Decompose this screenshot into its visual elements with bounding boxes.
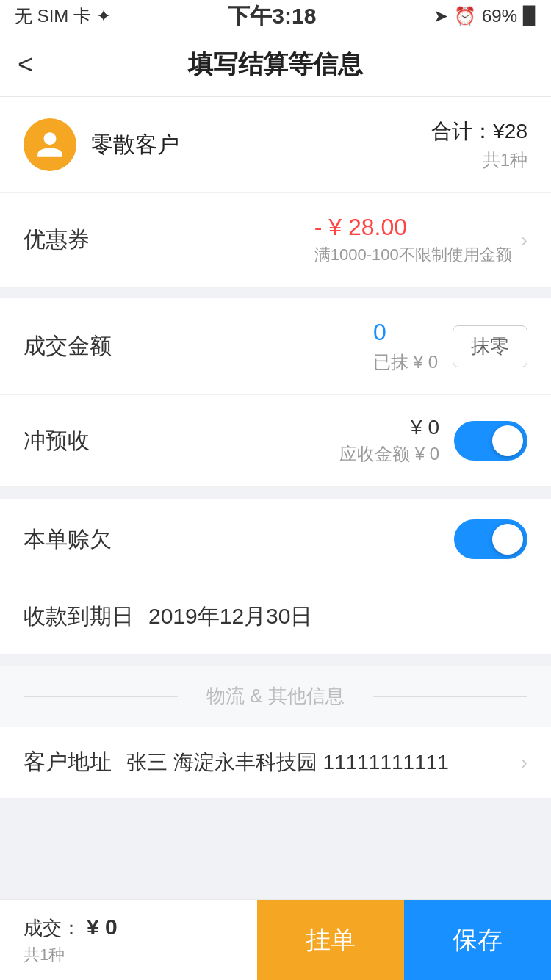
battery-level: 69% [482, 6, 517, 26]
customer-info-left: 零散客户 [24, 118, 179, 171]
transaction-amount-value[interactable]: 0 [373, 319, 438, 346]
alarm-icon: ⏰ [454, 6, 476, 26]
bottom-summary-label: 成交： [24, 915, 81, 941]
location-icon: ➤ [433, 6, 448, 26]
total-label: 合计： [431, 120, 493, 143]
prepayment-row: 冲预收 ¥ 0 应收金额 ¥ 0 [0, 395, 551, 487]
total-amount: ¥28 [493, 120, 527, 143]
sim-status: 无 SIM 卡 ✦ [15, 4, 111, 28]
address-chevron-icon: › [521, 751, 527, 774]
status-left: 无 SIM 卡 ✦ [15, 4, 111, 28]
coupon-label: 优惠券 [24, 225, 90, 255]
debt-row: 本单赊欠 [0, 499, 551, 580]
transaction-amount-sub: 已抹 ¥ 0 [373, 350, 438, 374]
customer-section: 零散客户 合计：¥28 共1种 优惠券 - ¥ 28.00 满1000-100不… [0, 97, 551, 287]
prepayment-values: ¥ 0 应收金额 ¥ 0 [339, 416, 439, 466]
coupon-row[interactable]: 优惠券 - ¥ 28.00 满1000-100不限制使用金额 › [0, 192, 551, 287]
prepayment-sub-value: 应收金额 ¥ 0 [339, 442, 439, 466]
bottom-summary-count: 共1种 [24, 944, 234, 966]
coupon-description: 满1000-100不限制使用金额 [314, 244, 512, 266]
save-button[interactable]: 保存 [404, 900, 551, 981]
bottom-summary-amount: ¥ 0 [87, 915, 118, 940]
transaction-amount-row: 成交金额 0 已抹 ¥ 0 抹零 [0, 298, 551, 395]
due-date-label: 收款到期日 [24, 602, 134, 632]
coupon-discount: - ¥ 28.00 [314, 214, 512, 241]
prepayment-label: 冲预收 [24, 426, 90, 456]
customer-count: 共1种 [431, 148, 527, 172]
back-button[interactable]: < [18, 49, 33, 80]
customer-total: 合计：¥28 [431, 118, 527, 145]
status-bar: 无 SIM 卡 ✦ 下午3:18 ➤ ⏰ 69% ▉ [0, 0, 551, 32]
status-right: ➤ ⏰ 69% ▉ [433, 6, 536, 26]
bottom-summary: 成交： ¥ 0 共1种 [0, 915, 257, 966]
bottom-bar: 成交： ¥ 0 共1种 挂单 保存 [0, 899, 551, 980]
debt-section: 本单赊欠 收款到期日 2019年12月30日 [0, 499, 551, 654]
transaction-section: 成交金额 0 已抹 ¥ 0 抹零 冲预收 ¥ 0 应收金额 ¥ 0 [0, 298, 551, 487]
logistics-title: 物流 & 其他信息 [206, 683, 345, 709]
nav-bar: < 填写结算等信息 [0, 32, 551, 97]
main-content: 零散客户 合计：¥28 共1种 优惠券 - ¥ 28.00 满1000-100不… [0, 97, 551, 980]
customer-row[interactable]: 零散客户 合计：¥28 共1种 [0, 97, 551, 192]
debt-toggle[interactable] [454, 519, 527, 559]
hang-order-button[interactable]: 挂单 [257, 900, 404, 981]
address-label: 客户地址 [24, 747, 112, 777]
transaction-amount-label: 成交金额 [24, 331, 112, 361]
prepayment-toggle[interactable] [454, 421, 527, 461]
round-zero-button[interactable]: 抹零 [453, 325, 527, 367]
prepayment-main-value: ¥ 0 [339, 416, 439, 439]
due-date-value: 2019年12月30日 [148, 602, 312, 632]
customer-name: 零散客户 [91, 130, 179, 160]
logistics-header: 物流 & 其他信息 [0, 666, 551, 727]
customer-total-area: 合计：¥28 共1种 [431, 118, 527, 172]
transaction-amount-right: 0 已抹 ¥ 0 抹零 [373, 319, 527, 374]
coupon-chevron-icon: › [521, 228, 527, 252]
customer-avatar [24, 118, 76, 171]
debt-label: 本单赊欠 [24, 525, 112, 555]
coupon-right: - ¥ 28.00 满1000-100不限制使用金额 › [314, 214, 527, 266]
battery-icon: ▉ [523, 6, 536, 26]
person-icon [35, 129, 65, 160]
page-title: 填写结算等信息 [188, 48, 363, 82]
debt-right [454, 519, 527, 559]
prepayment-right: ¥ 0 应收金额 ¥ 0 [339, 416, 527, 466]
address-value: 张三 海淀永丰科技园 11111111111 [126, 749, 512, 777]
status-time: 下午3:18 [228, 1, 316, 32]
address-row[interactable]: 客户地址 张三 海淀永丰科技园 11111111111 › [0, 727, 551, 798]
logistics-section: 物流 & 其他信息 客户地址 张三 海淀永丰科技园 11111111111 › [0, 666, 551, 798]
due-date-row: 收款到期日 2019年12月30日 [0, 580, 551, 654]
